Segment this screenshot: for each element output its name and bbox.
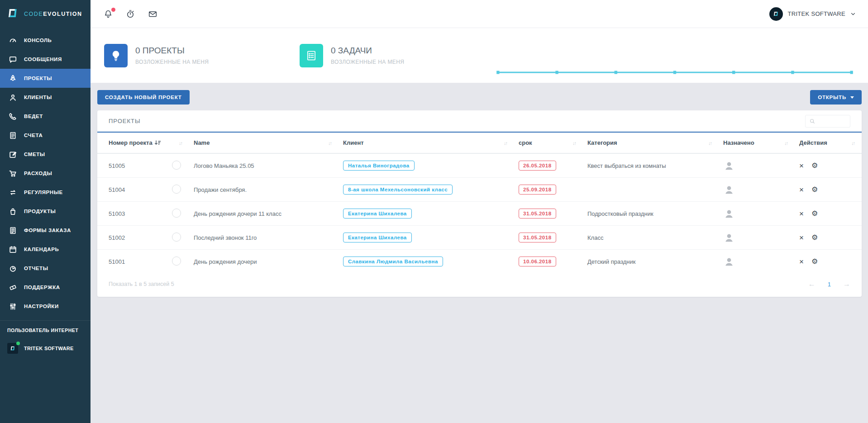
online-status-dot	[16, 342, 20, 345]
sidebar: CODEEVOLUTION КОНСОЛЬ СООБЩЕНИЯ ПРОЕКТЫ …	[0, 0, 91, 423]
panel-body: Номер проекта ↓↑ Name↓↑ Клиент↓↑ срок↓↑ …	[97, 132, 862, 297]
due-date-badge: 25.09.2018	[519, 185, 556, 195]
stat-card-tasks: 0 ЗАДАЧИ ВОЗЛОЖЕННЫЕ НА МЕНЯ	[300, 44, 495, 67]
gear-icon[interactable]: ⚙	[811, 258, 818, 265]
sort-icon[interactable]: ↓↑	[328, 140, 334, 146]
assignee-avatar-icon	[723, 256, 790, 267]
sidebar-item-calendar[interactable]: КАЛЕНДАРЬ	[0, 240, 91, 259]
project-category	[583, 178, 719, 202]
timer-icon[interactable]	[125, 9, 135, 19]
delete-icon[interactable]: ×	[799, 258, 804, 266]
project-number: 51003	[97, 202, 167, 226]
sidebar-user-logo-icon	[7, 343, 18, 354]
sidebar-item-recurring[interactable]: РЕГУЛЯРНЫЕ	[0, 183, 91, 202]
person-icon	[8, 93, 18, 102]
table-header-row: Номер проекта ↓↑ Name↓↑ Клиент↓↑ срок↓↑ …	[97, 133, 862, 153]
gear-icon[interactable]: ⚙	[811, 234, 818, 241]
order-form-icon	[8, 226, 18, 235]
project-name: День рождения дочери 11 класс	[189, 202, 339, 226]
sort-icon[interactable]: ↓↑	[708, 140, 714, 146]
col-actions: Действия	[799, 139, 827, 146]
sidebar-item-estimates[interactable]: СМЕТЫ	[0, 145, 91, 164]
table-search-box	[805, 115, 850, 128]
assignee-avatar-icon	[723, 184, 790, 195]
lightbulb-icon	[104, 44, 128, 67]
sidebar-item-products[interactable]: ПРОДУКТЫ	[0, 202, 91, 221]
status-circle[interactable]	[172, 233, 181, 242]
brand-logo[interactable]: CODEEVOLUTION	[0, 0, 91, 28]
sidebar-item-reports[interactable]: ОТЧЕТЫ	[0, 259, 91, 278]
topbar-icons	[103, 9, 158, 19]
status-circle[interactable]	[172, 161, 181, 170]
status-circle[interactable]	[172, 257, 181, 266]
sidebar-item-settings[interactable]: НАСТРОЙКИ	[0, 297, 91, 316]
gear-icon[interactable]: ⚙	[811, 186, 818, 193]
sidebar-user[interactable]: TRITEK SOFTWARE	[0, 337, 91, 360]
col-category: Категория	[587, 139, 617, 146]
assignee-avatar-icon	[723, 232, 790, 243]
projects-panel: ПРОЕКТЫ	[97, 110, 862, 297]
sidebar-item-messages[interactable]: СООБЩЕНИЯ	[0, 50, 91, 69]
sidebar-item-clients[interactable]: КЛИЕНТЫ	[0, 88, 91, 107]
prev-page-icon[interactable]: ←	[808, 280, 816, 288]
stats-strip: 0 ПРОЕКТЫ ВОЗЛОЖЕННЫЕ НА МЕНЯ 0 ЗАДАЧИ В…	[91, 28, 868, 83]
notification-badge	[111, 8, 115, 12]
gear-icon[interactable]: ⚙	[811, 162, 818, 169]
open-dropdown-button[interactable]: ОТКРЫТЬ	[810, 90, 862, 105]
main-area: TRITEK SOFTWARE 0 ПРОЕКТЫ ВОЗЛОЖЕННЫЕ НА…	[91, 0, 868, 423]
delete-icon[interactable]: ×	[799, 186, 804, 194]
sort-icon[interactable]: ↓↑	[572, 140, 578, 146]
mail-icon[interactable]	[148, 9, 158, 19]
delete-icon[interactable]: ×	[799, 210, 804, 218]
client-chip[interactable]: Екатерина Шихалева	[343, 233, 412, 242]
sort-icon[interactable]: ↓↑	[851, 140, 857, 146]
search-input[interactable]	[818, 118, 846, 125]
delete-icon[interactable]: ×	[799, 162, 804, 170]
stat-card-projects: 0 ПРОЕКТЫ ВОЗЛОЖЕННЫЕ НА МЕНЯ	[104, 44, 300, 67]
sort-icon[interactable]: ↓↑	[179, 140, 185, 146]
sidebar-item-order-forms[interactable]: ФОРМЫ ЗАКАЗА	[0, 221, 91, 240]
client-chip[interactable]: 8-ая школа Мехельсоновский класс	[343, 185, 453, 195]
next-page-icon[interactable]: →	[843, 280, 850, 288]
sidebar-item-support[interactable]: ПОДДЕРЖКА	[0, 278, 91, 297]
panel-header: ПРОЕКТЫ	[97, 110, 862, 132]
sort-icon[interactable]: ↓↑	[784, 140, 790, 146]
sidebar-item-projects[interactable]: ПРОЕКТЫ	[0, 69, 91, 88]
sidebar-item-expenses[interactable]: РАСХОДЫ	[0, 164, 91, 183]
checklist-icon	[300, 44, 323, 67]
table-row: 51003 День рождения дочери 11 класс Екат…	[97, 202, 862, 226]
calendar-icon	[8, 245, 18, 254]
user-avatar	[769, 7, 783, 21]
create-project-button[interactable]: СОЗДАТЬ НОВЫЙ ПРОЕКТ	[97, 90, 190, 105]
chat-icon	[8, 55, 18, 64]
sparkline-chart	[495, 58, 854, 76]
status-circle[interactable]	[172, 185, 181, 194]
app-root: CODEEVOLUTION КОНСОЛЬ СООБЩЕНИЯ ПРОЕКТЫ …	[0, 0, 868, 423]
sort-icon[interactable]: ↓↑	[504, 140, 510, 146]
notifications-bell-icon[interactable]	[103, 9, 113, 19]
topbar-user-menu[interactable]: TRITEK SOFTWARE	[769, 7, 856, 21]
pagination: ← 1 →	[808, 280, 850, 288]
brand-logo-icon	[6, 6, 20, 22]
sort-desc-active-icon[interactable]	[154, 140, 163, 146]
gear-icon[interactable]: ⚙	[811, 210, 818, 217]
client-chip[interactable]: Славкина Людмила Васильевна	[343, 257, 443, 266]
delete-icon[interactable]: ×	[799, 234, 804, 242]
project-number: 51004	[97, 178, 167, 202]
bag-icon	[8, 207, 18, 216]
page-number[interactable]: 1	[828, 281, 831, 288]
project-category: Детский праздник	[583, 250, 719, 274]
project-category: Подростковый праздник	[583, 202, 719, 226]
client-chip[interactable]: Наталья Виноградова	[343, 161, 415, 171]
status-circle[interactable]	[172, 209, 181, 218]
sliders-icon	[8, 302, 18, 311]
ticket-icon	[8, 283, 18, 292]
sidebar-item-console[interactable]: КОНСОЛЬ	[0, 31, 91, 50]
sidebar-item-invoices[interactable]: СЧЕТА	[0, 126, 91, 145]
client-chip[interactable]: Екатерина Шихалева	[343, 209, 412, 219]
table-row: 51001 День рождения дочери Славкина Людм…	[97, 250, 862, 274]
col-due-date: срок	[519, 139, 532, 146]
sidebar-item-leads[interactable]: ВЕДЕТ	[0, 107, 91, 126]
edit-icon	[8, 150, 18, 159]
assignee-avatar-icon	[723, 208, 790, 219]
